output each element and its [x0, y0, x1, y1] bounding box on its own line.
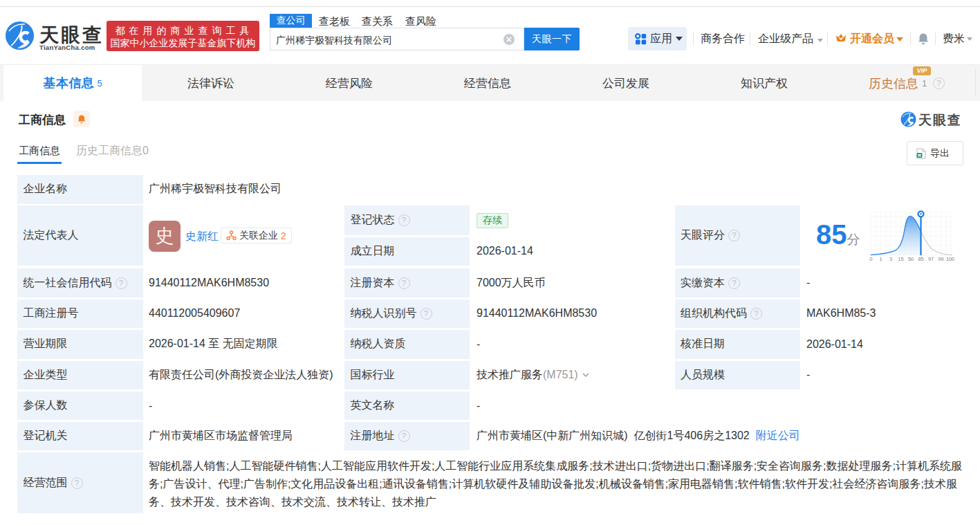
svg-text:1: 1 [879, 256, 882, 262]
svg-text:100: 100 [946, 256, 954, 262]
svg-text:15: 15 [898, 256, 903, 262]
svg-text:3: 3 [889, 256, 892, 262]
svg-text:0: 0 [869, 256, 872, 262]
svg-text:99: 99 [938, 256, 943, 262]
svg-text:85: 85 [918, 256, 923, 262]
svg-text:50: 50 [908, 256, 914, 262]
svg-text:97: 97 [928, 256, 934, 262]
